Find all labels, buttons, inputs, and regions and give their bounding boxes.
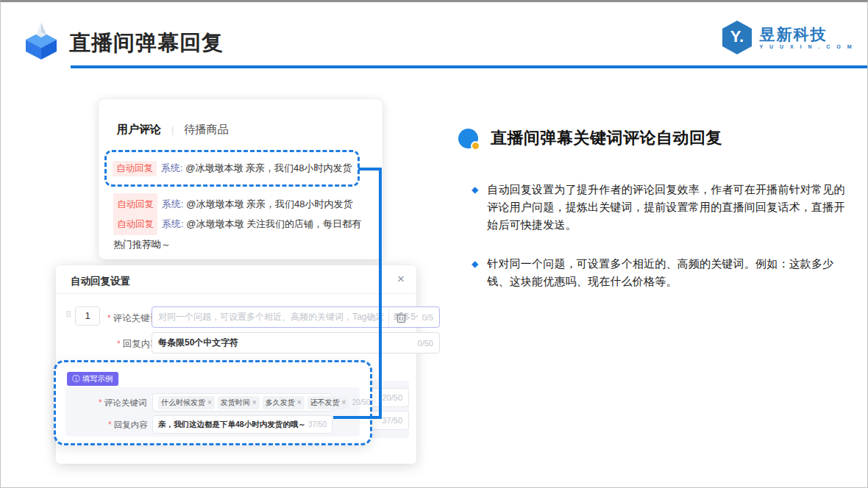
reply-counter: 0/50: [418, 339, 433, 348]
tag-close-icon[interactable]: ×: [207, 398, 212, 406]
tag-close-icon[interactable]: ×: [252, 398, 257, 406]
title-underline: [71, 65, 867, 68]
example-callout: ⓘ 填写示例 *评论关键词 什么时候发货× 发货时间× 多久发货× 还不发货× …: [54, 360, 372, 445]
comment-text: @冰墩墩本墩 亲亲，我们48小时内发货: [186, 198, 352, 209]
tag-close-icon[interactable]: ×: [297, 398, 302, 406]
example-reply-counter: 37/50: [308, 420, 327, 428]
example-keyword-counter: 20/50: [352, 398, 370, 406]
info-circle-icon: ⓘ: [72, 374, 80, 384]
background-keyword-counter: 20/50: [382, 393, 402, 402]
example-badge: ⓘ 填写示例: [67, 372, 118, 386]
example-keyword-label: *评论关键词: [99, 398, 146, 409]
example-reply-value: 亲，我们这边都是下单48小时内发货的哦～: [158, 420, 305, 430]
feature-heading: 直播间弹幕关键词评论自动回复: [458, 127, 722, 151]
background-reply-counter: 37/50: [382, 416, 402, 425]
comment-text: 系统: @冰墩墩本墩 亲亲，我们48小时内发货: [161, 159, 352, 178]
feature-bullet: ◆ 针对同一个问题，可设置多个相近的、高频的关键词。例如：这款多少钱、这块能优惠…: [472, 255, 848, 290]
example-reply-label: *回复内容: [108, 420, 148, 431]
example-reply-input[interactable]: 亲，我们这边都是下单48小时内发货的哦～ 37/50: [152, 415, 332, 434]
required-star: *: [107, 313, 111, 323]
keyword-tag[interactable]: 多久发货×: [263, 396, 305, 409]
modal-title: 自动回复设置: [71, 275, 130, 288]
cube-logo-icon: [22, 21, 60, 60]
brand-monogram: Y.: [730, 27, 744, 46]
auto-reply-badge: 自动回复: [113, 193, 157, 215]
bullet-text: 针对同一个问题，可设置多个相近的、高频的关键词。例如：这款多少钱、这块能优惠吗、…: [487, 255, 848, 290]
comments-card: 用户评论 | 待播商品 自动回复 系统: @冰墩墩本墩 亲亲，我们48小时内发货…: [99, 99, 383, 259]
system-prefix: 系统:: [162, 218, 184, 229]
blue-yellow-dot-icon: [458, 129, 480, 151]
modal-divider: [56, 293, 416, 294]
page-title: 直播间弹幕回复: [69, 29, 224, 58]
keyword-placeholder: 对同一个问题，可设置多个相近、高频的关键词，Tag确定，最多5个: [158, 311, 418, 323]
drag-handle-icon[interactable]: ⠿: [65, 310, 71, 320]
brand-name: 昱新科技: [759, 26, 854, 42]
keyword-tag[interactable]: 什么时候发货×: [158, 396, 215, 409]
tab-user-comments[interactable]: 用户评论: [117, 123, 161, 137]
system-prefix: 系统:: [162, 198, 184, 209]
keyword-tag[interactable]: 还不发货×: [307, 396, 349, 409]
brand-logo: Y. 昱新科技 Y U U X I N . C O M: [721, 20, 854, 55]
reply-input[interactable]: 每条限50个中文字符 0/50: [152, 332, 440, 354]
auto-reply-badge: 自动回复: [113, 213, 157, 235]
comments-tabs: 用户评论 | 待播商品: [117, 123, 228, 137]
required-star: *: [99, 398, 102, 408]
feature-bullet: ◆ 自动回复设置为了提升作者的评论回复效率，作者可在开播前针对常见的评论用户问题…: [472, 181, 848, 234]
feature-title: 直播间弹幕关键词评论自动回复: [491, 127, 722, 149]
tab-pending-products[interactable]: 待播商品: [184, 123, 228, 137]
system-prefix: 系统:: [161, 162, 183, 173]
example-keyword-input[interactable]: 什么时候发货× 发货时间× 多久发货× 还不发货× 20/50: [152, 393, 332, 412]
diamond-bullet-icon: ◆: [472, 255, 478, 290]
reply-value: 每条限50个中文字符: [158, 337, 413, 349]
comment-row: 自动回复系统: @冰墩墩本墩 关注我们的店铺，每日都有热门推荐呦～: [113, 213, 371, 254]
tag-close-icon[interactable]: ×: [342, 398, 346, 406]
keyword-tag[interactable]: 发货时间×: [218, 396, 260, 409]
keyword-counter: 0/5: [422, 313, 433, 322]
row-divider: [388, 308, 389, 327]
delete-icon[interactable]: [396, 312, 407, 323]
required-star: *: [117, 339, 121, 349]
rule-number-input[interactable]: 1: [75, 306, 100, 326]
comment-row: 自动回复系统: @冰墩墩本墩 亲亲，我们48小时内发货: [113, 193, 371, 215]
brand-domain: Y U U X I N . C O M: [759, 44, 854, 49]
auto-reply-badge: 自动回复: [113, 161, 157, 176]
page: 直播间弹幕回复 Y. 昱新科技 Y U U X I N . C O M 用户评论…: [0, 0, 868, 488]
brand-hexagon-icon: Y.: [721, 20, 753, 55]
highlighted-comment: 自动回复 系统: @冰墩墩本墩 亲亲，我们48小时内发货: [104, 150, 360, 187]
example-panel: *评论关键词 什么时候发货× 发货时间× 多久发货× 还不发货× 20/50 *…: [65, 387, 360, 437]
bullet-text: 自动回复设置为了提升作者的评论回复效率，作者可在开播前针对常见的评论用户问题，提…: [487, 181, 848, 234]
diamond-bullet-icon: ◆: [472, 181, 478, 234]
tab-divider: |: [171, 124, 174, 135]
close-icon[interactable]: ×: [397, 273, 405, 285]
required-star: *: [108, 420, 112, 430]
